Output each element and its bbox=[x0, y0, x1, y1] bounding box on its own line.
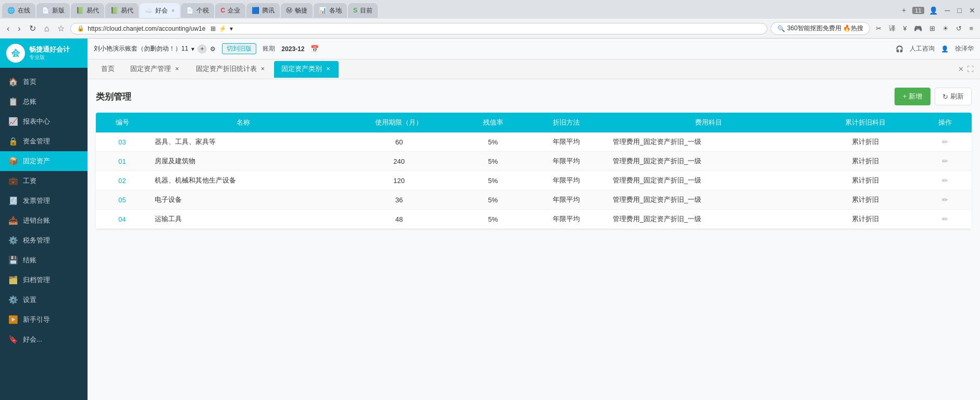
dropdown-icon[interactable]: ▾ bbox=[191, 45, 194, 53]
add-account-icon[interactable]: ＋ bbox=[197, 44, 207, 54]
close-button[interactable]: ✕ bbox=[966, 5, 978, 16]
refresh-button[interactable]: ↻ 刷新 bbox=[935, 88, 972, 105]
edit-icon[interactable]: ✏ bbox=[942, 196, 948, 204]
cell-edit[interactable]: ✏ bbox=[919, 171, 972, 190]
browser-tab-qiye[interactable]: C 企业 bbox=[215, 3, 245, 18]
cell-edit[interactable]: ✏ bbox=[919, 190, 972, 210]
maximize-button[interactable]: □ bbox=[955, 5, 964, 16]
browser-tab-yidai2[interactable]: 📗 易代 bbox=[105, 3, 139, 18]
sidebar-item-tax[interactable]: ⚙️ 税务管理 bbox=[0, 231, 88, 250]
back-button[interactable]: ‹ bbox=[4, 23, 12, 34]
col-method: 折旧方法 bbox=[526, 113, 606, 132]
tab-fixed-assets-mgmt[interactable]: 固定资产管理 × bbox=[123, 61, 188, 78]
cell-method: 年限平均 bbox=[526, 132, 606, 152]
cell-code[interactable]: 05 bbox=[96, 190, 148, 210]
browser-tools: ✂ 译 ¥ 🎮 ⊞ ☀ ↺ ≡ bbox=[873, 23, 976, 34]
edit-icon[interactable]: ✏ bbox=[942, 176, 948, 185]
cell-method: 年限平均 bbox=[526, 152, 606, 171]
profile-button[interactable]: 👤 bbox=[926, 5, 940, 16]
cell-code[interactable]: 03 bbox=[96, 132, 148, 152]
logo-text-block: 畅捷通好会计 专业版 bbox=[29, 45, 70, 61]
browser-tab-muqian[interactable]: S 目前 bbox=[348, 3, 378, 18]
reload-button[interactable]: ↻ bbox=[27, 22, 39, 34]
tab-category-close-icon[interactable]: × bbox=[325, 65, 331, 72]
browser-tab-gesui[interactable]: 📄 个税 bbox=[181, 3, 214, 18]
new-tab-button[interactable]: ＋ bbox=[898, 5, 910, 16]
content-area: 类别管理 + 新增 ↻ 刷新 编号 名称 使用期限（月） 残值率 bbox=[88, 79, 980, 400]
sidebar-item-sales[interactable]: 📥 进销台账 bbox=[0, 211, 88, 231]
wallet-tool[interactable]: ¥ bbox=[900, 23, 909, 33]
sidebar-label-sales: 进销台账 bbox=[23, 216, 50, 225]
sidebar-item-guide[interactable]: ▶️ 新手引导 bbox=[0, 310, 88, 330]
browser-tab-haohui[interactable]: ☁️ 好会 × bbox=[140, 3, 180, 18]
grid-tool[interactable]: ⊞ bbox=[927, 23, 938, 33]
sidebar-item-reports[interactable]: 📈 报表中心 bbox=[0, 112, 88, 131]
cell-code[interactable]: 01 bbox=[96, 152, 148, 171]
tab-icon: 📊 bbox=[319, 7, 327, 14]
cell-code[interactable]: 02 bbox=[96, 171, 148, 190]
edit-icon[interactable]: ✏ bbox=[942, 138, 948, 146]
sidebar-item-invoice[interactable]: 🧾 发票管理 bbox=[0, 191, 88, 211]
cell-months: 36 bbox=[339, 190, 460, 210]
sidebar-item-close[interactable]: 💾 结账 bbox=[0, 250, 88, 270]
tab-icon: C bbox=[220, 7, 225, 14]
tab-depreciation-close-icon[interactable]: × bbox=[260, 65, 266, 72]
tab-depreciation-stats[interactable]: 固定资产折旧统计表 × bbox=[189, 61, 274, 78]
bookmark-button[interactable]: ☆ bbox=[55, 22, 67, 34]
cell-edit[interactable]: ✏ bbox=[919, 210, 972, 229]
tab-assets-close-icon[interactable]: × bbox=[174, 65, 180, 72]
forward-button[interactable]: › bbox=[15, 23, 23, 34]
cell-edit[interactable]: ✏ bbox=[919, 132, 972, 152]
sun-tool[interactable]: ☀ bbox=[940, 23, 951, 33]
undo-tool[interactable]: ↺ bbox=[953, 23, 964, 33]
browser-tab-changjie[interactable]: Ⓜ 畅捷 bbox=[281, 3, 313, 18]
menu-tool[interactable]: ≡ bbox=[966, 23, 976, 33]
expand-window-icon[interactable]: ⛶ bbox=[967, 65, 974, 73]
scissors-tool[interactable]: ✂ bbox=[873, 23, 884, 33]
sidebar-item-settings[interactable]: ⚙️ 设置 bbox=[0, 290, 88, 310]
cell-code[interactable]: 04 bbox=[96, 210, 148, 229]
minimize-button[interactable]: ─ bbox=[942, 5, 953, 16]
translate-tool[interactable]: 译 bbox=[886, 23, 898, 34]
tab-asset-category[interactable]: 固定资产类别 × bbox=[274, 61, 339, 78]
browser-tab-yidai1[interactable]: 📗 易代 bbox=[71, 3, 104, 18]
sales-icon: 📥 bbox=[8, 216, 18, 225]
sidebar-item-misc[interactable]: 🔖 好会... bbox=[0, 330, 88, 349]
sidebar-item-archive[interactable]: 🗂️ 归档管理 bbox=[0, 270, 88, 290]
sidebar-label-close: 结账 bbox=[23, 256, 36, 265]
cell-edit[interactable]: ✏ bbox=[919, 152, 972, 171]
cell-residual: 5% bbox=[460, 132, 526, 152]
browser-tab-gedi[interactable]: 📊 各地 bbox=[314, 3, 347, 18]
game-tool[interactable]: 🎮 bbox=[911, 23, 925, 33]
add-button[interactable]: + 新增 bbox=[895, 88, 931, 105]
period-label: 账期 bbox=[263, 44, 275, 53]
url-box[interactable]: 🔒 https://cloud.chanjet.com/accounting/u… bbox=[70, 23, 767, 34]
service-label[interactable]: 人工咨询 bbox=[910, 44, 935, 53]
dropdown-icon[interactable]: ▾ bbox=[230, 25, 233, 32]
browser-tab-zaixin[interactable]: 🌐 在线 bbox=[2, 3, 35, 18]
sidebar-item-payroll[interactable]: 💼 工资 bbox=[0, 171, 88, 191]
sidebar-item-home[interactable]: 🏠 首页 bbox=[0, 72, 88, 92]
calendar-icon[interactable]: 📅 bbox=[311, 45, 319, 53]
tab-label: 好会 bbox=[155, 6, 168, 15]
edit-icon[interactable]: ✏ bbox=[942, 215, 948, 223]
cell-months: 60 bbox=[339, 132, 460, 152]
payroll-icon: 💼 bbox=[8, 176, 18, 186]
tab-bar: 🌐 在线 📄 新版 📗 易代 📗 易代 ☁️ 好会 × 📄 个税 C 企业 bbox=[0, 0, 980, 19]
edit-icon[interactable]: ✏ bbox=[942, 157, 948, 165]
search-box[interactable]: 🔍 360智能抠图免费用 🔥热搜 bbox=[771, 22, 870, 35]
action-buttons: + 新增 ↻ 刷新 bbox=[895, 88, 972, 105]
sidebar-item-funds[interactable]: 🔒 资金管理 bbox=[0, 131, 88, 151]
tab-home[interactable]: 首页 bbox=[94, 61, 122, 78]
collapse-window-icon[interactable]: ✕ bbox=[958, 65, 964, 73]
browser-tab-tengxun[interactable]: 🟦 腾讯 bbox=[246, 3, 280, 18]
switch-version-button[interactable]: 切到旧版 bbox=[222, 43, 256, 54]
browser-tab-xinban[interactable]: 📄 新版 bbox=[36, 3, 70, 18]
tab-label: 易代 bbox=[86, 6, 99, 15]
tab-close-icon[interactable]: × bbox=[171, 7, 175, 14]
home-button[interactable]: ⌂ bbox=[42, 23, 52, 34]
sidebar-item-fixed-assets[interactable]: 📦 固定资产 bbox=[0, 151, 88, 171]
sidebar-item-general-ledger[interactable]: 📋 总账 bbox=[0, 92, 88, 112]
settings-icon[interactable]: ⚙ bbox=[210, 45, 216, 53]
cell-months: 120 bbox=[339, 171, 460, 190]
